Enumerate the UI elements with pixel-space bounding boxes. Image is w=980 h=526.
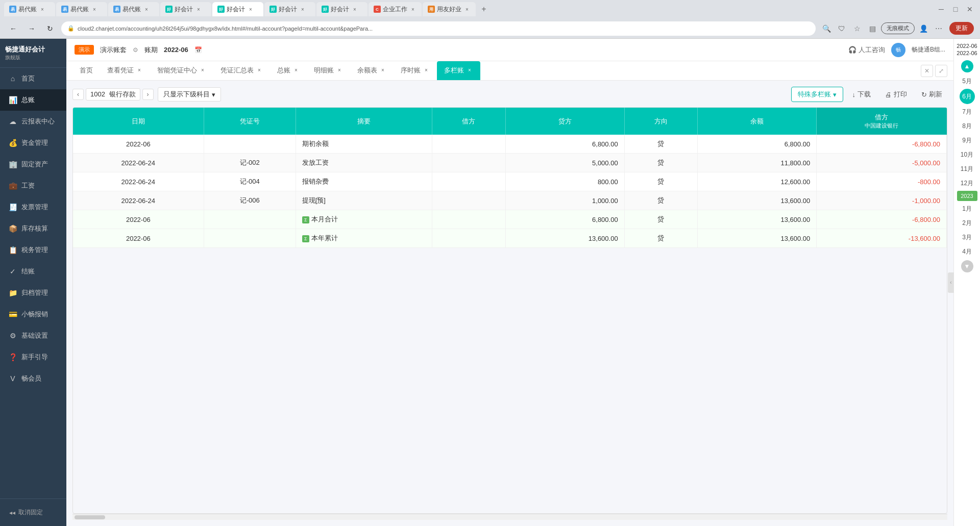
browser-tab-1[interactable]: 易 易代账 × bbox=[4, 2, 55, 16]
month-item[interactable]: 3月 bbox=[957, 231, 977, 244]
tab-home[interactable]: 首页 bbox=[72, 61, 100, 81]
cell-voucher[interactable] bbox=[204, 135, 296, 154]
tab-general-close[interactable]: × bbox=[292, 67, 300, 74]
new-tab-button[interactable]: + bbox=[477, 2, 491, 16]
shield-icon[interactable]: 🛡 bbox=[835, 22, 848, 35]
cell-voucher[interactable]: 记-004 bbox=[204, 172, 296, 191]
cell-voucher[interactable]: 记-006 bbox=[204, 191, 296, 210]
browser-tab-4[interactable]: 好 好会计 × bbox=[160, 2, 211, 16]
tab-summary[interactable]: 凭证汇总表 × bbox=[213, 61, 270, 81]
print-button[interactable]: 🖨 打印 bbox=[880, 87, 912, 102]
sidebar-item-expense[interactable]: 💳 小畅报销 bbox=[0, 304, 66, 325]
tab-general[interactable]: 总账 × bbox=[270, 61, 307, 81]
prev-account-button[interactable]: ‹ bbox=[72, 89, 84, 100]
forward-button[interactable]: → bbox=[24, 21, 39, 36]
search-address-icon[interactable]: 🔍 bbox=[820, 22, 833, 35]
month-item[interactable]: 4月 bbox=[957, 245, 977, 258]
update-button[interactable]: 更新 bbox=[949, 22, 974, 35]
show-sub-accounts-button[interactable]: 只显示下级科目 ▾ bbox=[158, 87, 221, 102]
unpin-button[interactable]: ◂◂ 取消固定 bbox=[5, 504, 61, 521]
month-item[interactable]: 5月 bbox=[957, 74, 977, 88]
month-item[interactable]: 2月 bbox=[957, 216, 977, 230]
tab-smart-close[interactable]: × bbox=[199, 67, 206, 74]
bottom-scrollbar[interactable] bbox=[72, 514, 947, 520]
tab-balance[interactable]: 余额表 × bbox=[350, 61, 394, 81]
sidebar-item-inventory[interactable]: 📦 库存核算 bbox=[0, 218, 66, 239]
month-item[interactable]: 1月 bbox=[957, 202, 977, 215]
browser-tab-9[interactable]: 用 用友好业 × bbox=[423, 2, 476, 16]
address-bar[interactable]: 🔒 cloud2.chanjet.com/accounting/uh26t264… bbox=[61, 21, 816, 36]
month-item[interactable]: 6月 bbox=[960, 89, 975, 104]
voucher-link[interactable]: 记-002 bbox=[240, 159, 260, 166]
star-icon[interactable]: ☆ bbox=[850, 22, 864, 35]
sidebar-item-guide[interactable]: ❓ 新手引导 bbox=[0, 346, 66, 368]
sidebar-browser-icon[interactable]: ▤ bbox=[866, 22, 879, 35]
browser-tab-6[interactable]: 好 好会计 × bbox=[264, 2, 315, 16]
month-item[interactable]: 2023 bbox=[957, 191, 977, 201]
tab-smart[interactable]: 智能凭证中心 × bbox=[150, 61, 213, 81]
collapse-panel-button[interactable]: ✕ bbox=[921, 65, 933, 77]
tab-close-9[interactable]: × bbox=[463, 6, 471, 13]
cell-voucher[interactable] bbox=[204, 229, 296, 248]
tab-close-4[interactable]: × bbox=[195, 6, 202, 13]
sidebar-item-salary[interactable]: 💼 工资 bbox=[0, 175, 66, 196]
voucher-link[interactable]: 记-006 bbox=[240, 196, 260, 204]
tab-vouchers-close[interactable]: × bbox=[136, 67, 143, 74]
special-multi-button[interactable]: 特殊多栏账 ▾ bbox=[791, 87, 843, 102]
sidebar-item-cloud-report[interactable]: ☁ 云报表中心 bbox=[0, 111, 66, 132]
tab-summary-close[interactable]: × bbox=[256, 67, 263, 74]
calendar-icon[interactable]: 📅 bbox=[194, 46, 202, 54]
refresh-nav-button[interactable]: ↻ bbox=[43, 21, 57, 36]
next-account-button[interactable]: › bbox=[142, 89, 154, 100]
download-button[interactable]: ↓ 下载 bbox=[847, 87, 876, 102]
browser-tab-2[interactable]: 易 易代账 × bbox=[56, 2, 107, 16]
sidebar-item-settings[interactable]: ⚙ 基础设置 bbox=[0, 325, 66, 346]
minimize-button[interactable]: ─ bbox=[935, 3, 947, 15]
month-item[interactable]: 11月 bbox=[957, 162, 977, 176]
scroll-thumb[interactable] bbox=[75, 515, 105, 519]
sidebar-item-general[interactable]: 📊 总账 bbox=[0, 89, 66, 111]
close-button[interactable]: ✕ bbox=[964, 3, 976, 15]
cell-voucher[interactable] bbox=[204, 210, 296, 229]
month-item[interactable]: 8月 bbox=[957, 119, 977, 133]
sidebar-item-closing[interactable]: ✓ 结账 bbox=[0, 261, 66, 282]
tab-close-3[interactable]: × bbox=[143, 6, 150, 13]
expand-panel-button[interactable]: ⤢ bbox=[935, 65, 947, 77]
user-account-icon[interactable]: 👤 bbox=[917, 22, 930, 35]
month-item[interactable]: 7月 bbox=[957, 105, 977, 118]
tab-close-5[interactable]: × bbox=[247, 6, 254, 13]
tab-detail-close[interactable]: × bbox=[336, 67, 343, 74]
scroll-down-button[interactable]: ▼ bbox=[961, 260, 973, 272]
month-item[interactable]: 9月 bbox=[957, 134, 977, 147]
tab-multi-close[interactable]: × bbox=[466, 67, 473, 74]
tab-close-1[interactable]: × bbox=[39, 6, 46, 13]
sidebar-item-fund[interactable]: 💰 资金管理 bbox=[0, 132, 66, 154]
tab-sequence-close[interactable]: × bbox=[423, 67, 430, 74]
sidebar-item-asset[interactable]: 🏢 固定资产 bbox=[0, 154, 66, 175]
tab-detail[interactable]: 明细账 × bbox=[307, 61, 350, 81]
cell-voucher[interactable]: 记-002 bbox=[204, 154, 296, 172]
sidebar-item-invoice[interactable]: 🧾 发票管理 bbox=[0, 196, 66, 218]
tab-close-2[interactable]: × bbox=[91, 6, 98, 13]
refresh-button[interactable]: ↻ 刷新 bbox=[916, 87, 947, 102]
tab-close-8[interactable]: × bbox=[409, 6, 416, 13]
sidebar-item-member[interactable]: V 畅会员 bbox=[0, 368, 66, 389]
tab-multi[interactable]: 多栏账 × bbox=[437, 61, 480, 81]
browser-tab-8[interactable]: C 企业工作 × bbox=[369, 2, 422, 16]
sidebar-item-archive[interactable]: 📁 归档管理 bbox=[0, 282, 66, 304]
tab-vouchers[interactable]: 查看凭证 × bbox=[100, 61, 150, 81]
month-item[interactable]: 10月 bbox=[957, 148, 977, 161]
back-button[interactable]: ← bbox=[6, 21, 20, 36]
tab-balance-close[interactable]: × bbox=[379, 67, 386, 74]
settings-gear-icon[interactable]: ⚙ bbox=[133, 46, 138, 54]
close-right-panel-button[interactable]: ‹ bbox=[948, 272, 954, 293]
wuhen-button[interactable]: 无痕模式 bbox=[881, 22, 915, 34]
ai-consult-button[interactable]: 🎧 人工咨询 bbox=[848, 45, 885, 55]
tab-close-6[interactable]: × bbox=[299, 6, 306, 13]
browser-tab-7[interactable]: 好 好会计 × bbox=[316, 2, 368, 16]
month-item[interactable]: 12月 bbox=[957, 177, 977, 190]
voucher-link[interactable]: 记-004 bbox=[240, 178, 260, 185]
tab-sequence[interactable]: 序时账 × bbox=[394, 61, 437, 81]
browser-tab-3[interactable]: 易 易代账 × bbox=[108, 2, 159, 16]
scroll-up-button[interactable]: ▲ bbox=[961, 60, 973, 72]
